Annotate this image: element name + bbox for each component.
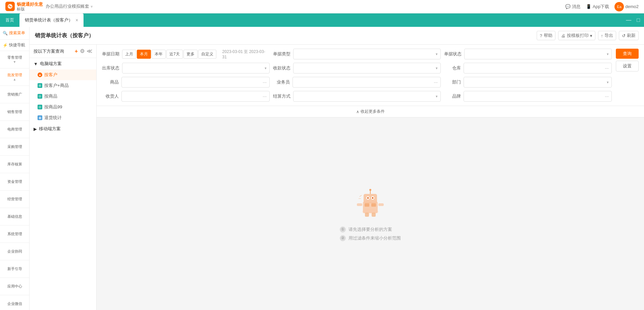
doc-type-label: 单据类型 — [273, 51, 290, 57]
filter-cell-settlement: 结算方式 ▾ — [273, 91, 441, 102]
help-button[interactable]: ? 帮助 — [537, 31, 555, 40]
help-label: 帮助 — [544, 33, 552, 39]
warehouse-dots: ··· — [605, 65, 609, 71]
collect-status-input[interactable]: ▾ — [293, 63, 441, 73]
sidebar-item-ecommerce[interactable]: 电商管理 — [0, 121, 29, 138]
scheme-settings-button[interactable]: ⚙ — [80, 48, 85, 54]
empty-robot-svg — [354, 187, 387, 220]
settlement-arrow-icon: ▾ — [436, 94, 438, 99]
date-btn-7days[interactable]: 近7天 — [166, 50, 183, 59]
receiver-label: 收货人 — [102, 93, 119, 99]
staff-input[interactable]: ··· — [292, 77, 441, 88]
scheme-panel: 按以下方案查询 + ⚙ ≪ ▼ 电脑端方案 ● 按客户 — [30, 45, 97, 310]
sidebar-item-wechat[interactable]: 企业微信 — [0, 295, 29, 310]
sidebar-item-retail[interactable]: 零售管理 ▼ — [0, 51, 29, 68]
sidebar-item-guide[interactable]: 新手引导 — [0, 260, 29, 278]
filter-cell-warehouse: 仓库 ··· — [444, 63, 612, 73]
top-bar: 畅捷通好生意 标版 办公用品行业模拟账套 ▾ 💬 消息 📱 App下载 Ea d… — [0, 0, 644, 13]
date-btn-this-month[interactable]: 本月 — [137, 50, 151, 59]
empty-hint-item-1: ① 请先选择要分析的方案 — [340, 226, 392, 232]
scheme-item-returns[interactable]: ▦ 退货统计 — [30, 112, 96, 123]
svg-rect-4 — [371, 203, 376, 207]
date-btn-more[interactable]: 更多 — [183, 50, 198, 59]
tab-home[interactable]: 首页 — [0, 13, 19, 27]
message-icon: 💬 — [565, 4, 571, 9]
goods-input[interactable]: ··· — [121, 77, 270, 88]
sidebar-item-system[interactable]: 系统管理 — [0, 225, 29, 243]
query-button[interactable]: 查询 — [616, 49, 639, 59]
scheme-item-sq99-icon: ⊟ — [38, 105, 42, 109]
app-download-button[interactable]: 📱 App下载 — [586, 4, 609, 10]
sidebar-search-menu[interactable]: 🔍 搜索菜单 — [0, 27, 29, 40]
scheme-item-by-customer-goods[interactable]: ⊞ 按客户+商品 — [30, 80, 96, 91]
print-button[interactable]: 🖨 按模板打印 ▾ — [558, 31, 595, 40]
filter-cell-collect-status: 收款状态 ▾ — [273, 63, 441, 73]
warehouse-input[interactable]: ··· — [464, 63, 612, 73]
refresh-button[interactable]: ↺ 刷新 — [619, 31, 639, 40]
scheme-desktop-group-header[interactable]: ▼ 电脑端方案 — [30, 58, 96, 69]
svg-rect-3 — [365, 203, 369, 207]
hint-num-1: ① — [340, 226, 346, 232]
dept-input[interactable]: ▾ — [464, 77, 612, 88]
filter-cell-date: 单据日期 上月 本月 本年 近7天 更多 自定义 — [102, 49, 270, 59]
date-btn-this-year[interactable]: 本年 — [152, 50, 166, 59]
sidebar-item-enterprise[interactable]: 企业协同 — [0, 243, 29, 260]
brand-input[interactable]: ··· — [464, 91, 612, 102]
svg-rect-5 — [364, 194, 377, 203]
user-label: demo2 — [625, 4, 639, 9]
sidebar-label-operations: 经营管理 — [7, 197, 22, 201]
doc-status-arrow-icon: ▾ — [607, 52, 609, 56]
tab-sales-stats[interactable]: 销货单统计表（按客户） × — [19, 13, 84, 27]
sidebar-label-guide: 新手引导 — [7, 267, 22, 271]
settlement-input[interactable]: ▾ — [293, 91, 441, 102]
sidebar-item-operations[interactable]: 经营管理 — [0, 191, 29, 208]
out-status-input[interactable]: ▾ — [122, 63, 270, 73]
scheme-mobile-group-header[interactable]: ▶ 移动端方案 — [30, 123, 96, 135]
doc-type-input[interactable]: ▾ — [293, 49, 441, 59]
sidebar-item-inventory[interactable]: 库存核算 — [0, 156, 29, 173]
sidebar-item-appcenter[interactable]: 应用中心 — [0, 278, 29, 295]
tab-close-icon[interactable]: × — [75, 18, 78, 22]
warehouse-label: 仓库 — [444, 65, 461, 71]
filter-cell-dept: 部门 ▾ — [444, 77, 612, 88]
goods-dots: ··· — [263, 80, 267, 85]
scheme-collapse-button[interactable]: ≪ — [87, 48, 92, 54]
filter-result-area: 单据日期 上月 本月 本年 近7天 更多 自定义 — [97, 45, 644, 310]
sidebar-item-wholesale[interactable]: 批发管理 ▲ — [0, 68, 29, 86]
sidebar-item-marketing[interactable]: 营销推广 — [0, 86, 29, 103]
sidebar-label-ecommerce: 电商管理 — [7, 127, 22, 132]
tab-bar-actions: — □ — [625, 16, 644, 24]
scheme-item-by-goods99[interactable]: ⊟ 按商品99 — [30, 102, 96, 112]
sidebar-quicknav[interactable]: ⚡ 快捷导航 — [0, 40, 29, 51]
sidebar-label-sales: 销售管理 — [7, 110, 22, 114]
page-header-actions: ? 帮助 🖨 按模板打印 ▾ ↑ 导出 ↺ 刷新 — [537, 31, 639, 44]
collapse-bar[interactable]: ∧ 收起更多条件 — [97, 106, 644, 117]
scheme-item-by-goods[interactable]: ⊟ 按商品 — [30, 91, 96, 102]
sidebar-item-sales[interactable]: 销售管理 — [0, 103, 29, 121]
tab-maximize-button[interactable]: □ — [635, 16, 641, 24]
date-btn-last-month[interactable]: 上月 — [122, 50, 136, 59]
print-dropdown-icon: ▾ — [590, 33, 592, 38]
sidebar-item-basic-info[interactable]: 基础信息 — [0, 208, 29, 225]
scheme-add-button[interactable]: + — [75, 48, 78, 54]
tab-minimize-button[interactable]: — — [625, 16, 633, 24]
quicknav-icon: ⚡ — [3, 43, 8, 48]
filter-cell-receiver: 收货人 ··· — [102, 91, 270, 102]
user-menu[interactable]: Ea demo2 — [614, 2, 639, 11]
settlement-label: 结算方式 — [273, 93, 290, 99]
scheme-desktop-group: ▼ 电脑端方案 ● 按客户 ⊞ 按客户+商品 ⊟ 按商品 — [30, 58, 96, 123]
export-button[interactable]: ↑ 导出 — [598, 31, 616, 40]
message-button[interactable]: 💬 消息 — [565, 4, 581, 10]
doc-status-input[interactable]: ▾ — [464, 49, 612, 59]
sidebar-item-finance[interactable]: 资金管理 — [0, 173, 29, 191]
settings-button[interactable]: 设置 — [616, 61, 639, 71]
receiver-input[interactable]: ··· — [121, 91, 270, 102]
sidebar-item-purchase[interactable]: 采购管理 — [0, 138, 29, 156]
receiver-dots: ··· — [263, 94, 267, 99]
brand-dots: ··· — [605, 94, 609, 99]
breadcrumb-dropdown-icon[interactable]: ▾ — [91, 4, 93, 9]
date-btn-custom[interactable]: 自定义 — [198, 50, 216, 59]
scheme-item-by-goods99-label: 按商品99 — [44, 104, 62, 110]
app-logo: 畅捷通好生意 标版 — [5, 2, 43, 12]
scheme-item-by-customer[interactable]: ● 按客户 — [30, 69, 96, 80]
